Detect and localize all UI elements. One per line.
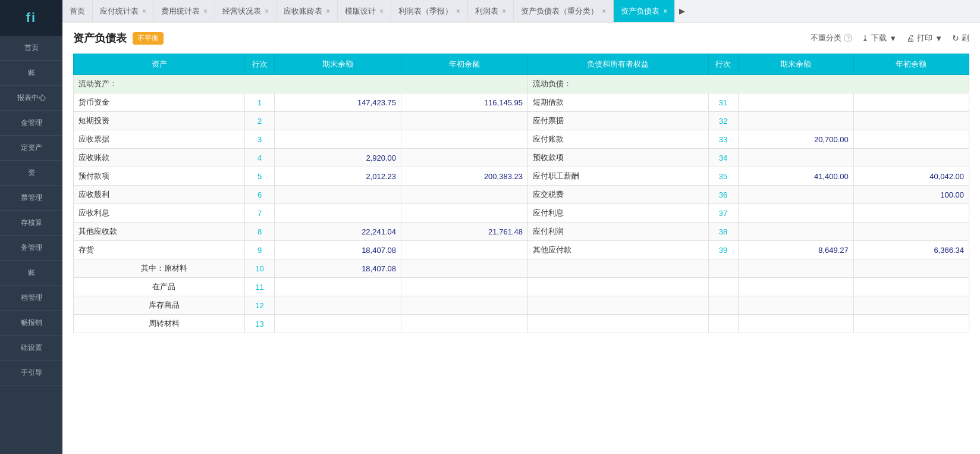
classify-toggle[interactable]: 不重分类 ? <box>811 33 852 43</box>
tab-payable-stats[interactable]: 应付统计表 × <box>93 0 154 23</box>
right-row-num: 34 <box>708 149 738 167</box>
right-row-num <box>708 278 738 296</box>
left-end-balance: 147,423.75 <box>275 93 401 112</box>
left-name: 存货 <box>74 241 245 259</box>
refresh-button[interactable]: ↻ 刷 <box>952 33 969 43</box>
sidebar-item-archive[interactable]: 档管理 <box>0 286 62 311</box>
right-start-balance <box>853 278 969 296</box>
tab-home[interactable]: 首页 <box>62 0 93 23</box>
left-end-balance: 2,012.23 <box>275 167 401 186</box>
left-name: 预付款项 <box>74 167 245 186</box>
right-row-num: 31 <box>708 93 738 112</box>
table-row: 应收账款 4 2,920.00 预收款项 34 <box>74 149 969 167</box>
tab-profit[interactable]: 利润表 × <box>468 0 514 23</box>
sidebar-item-home[interactable]: 首页 <box>0 36 62 61</box>
left-end-balance <box>275 130 401 149</box>
table-row: 周转材料 13 <box>74 315 969 333</box>
right-end-balance: 20,700.00 <box>738 130 853 149</box>
print-button[interactable]: 🖨 打印 ▼ <box>906 33 943 43</box>
section-row: 流动资产： 流动负债： <box>74 75 969 93</box>
dropdown-arrow-print: ▼ <box>935 34 943 43</box>
tab-close-balance[interactable]: × <box>663 7 667 15</box>
sidebar-logo: fi <box>0 0 62 36</box>
left-end-balance <box>275 278 401 296</box>
section-label-right: 流动负债： <box>527 75 969 93</box>
sidebar-item-ledger[interactable]: 账 <box>0 261 62 286</box>
table-row: 应收票据 3 应付账款 33 20,700.00 <box>74 130 969 149</box>
right-end-balance: 41,400.00 <box>738 167 853 186</box>
tab-balance-reclassified[interactable]: 资产负债表（重分类） × <box>514 0 614 23</box>
left-row-num: 8 <box>245 223 275 241</box>
tab-close-profit-quarterly[interactable]: × <box>456 7 460 15</box>
refresh-icon: ↻ <box>952 33 959 43</box>
right-end-balance <box>738 296 853 315</box>
left-name: 库存商品 <box>74 296 245 315</box>
help-icon: ? <box>844 34 852 42</box>
left-end-balance: 2,920.00 <box>275 149 401 167</box>
tab-close-balance-reclassified[interactable]: × <box>602 7 606 15</box>
tab-close-payable-stats[interactable]: × <box>142 7 146 15</box>
content-area: 资产负债表 不平衡 不重分类 ? ⤓ 下载 ▼ 🖨 打印 ▼ <box>62 23 980 454</box>
tab-close-expense-stats[interactable]: × <box>203 7 208 15</box>
main-area: 首页 应付统计表 × 费用统计表 × 经营状况表 × 应收账龄表 × 模版设计 … <box>62 0 980 454</box>
sidebar-item-expense[interactable]: 畅报销 <box>0 311 62 336</box>
tab-template-design[interactable]: 模版设计 × <box>338 0 391 23</box>
left-start-balance: 21,761.48 <box>401 223 527 241</box>
tab-operations[interactable]: 经营状况表 × <box>215 0 277 23</box>
right-end-balance <box>738 223 853 241</box>
table-row: 应收利息 7 应付利息 37 <box>74 204 969 223</box>
col-header-liabilities: 负债和所有者权益 <box>527 54 708 75</box>
col-header-start-balance-1: 年初余额 <box>401 54 527 75</box>
tab-receivable-aging[interactable]: 应收账龄表 × <box>277 0 338 23</box>
col-header-end-balance-2: 期末余额 <box>738 54 853 75</box>
tab-close-receivable-aging[interactable]: × <box>326 7 330 15</box>
right-name <box>527 315 708 333</box>
left-end-balance <box>275 186 401 204</box>
left-name: 短期投资 <box>74 112 245 130</box>
tab-expense-stats[interactable]: 费用统计表 × <box>154 0 215 23</box>
tab-balance[interactable]: 资产负债表 × <box>614 0 675 23</box>
tab-close-profit[interactable]: × <box>502 7 506 15</box>
tab-profit-quarterly[interactable]: 利润表（季报） × <box>391 0 468 23</box>
sidebar-item-inventory[interactable]: 存核算 <box>0 211 62 236</box>
left-start-balance <box>401 186 527 204</box>
sidebar-item-affairs[interactable]: 务管理 <box>0 236 62 261</box>
right-start-balance <box>853 204 969 223</box>
download-button[interactable]: ⤓ 下载 ▼ <box>862 33 897 43</box>
col-header-end-balance-1: 期末余额 <box>275 54 401 75</box>
right-name: 应付利息 <box>527 204 708 223</box>
right-name <box>527 296 708 315</box>
right-name: 应交税费 <box>527 186 708 204</box>
table-row: 其他应收款 8 22,241.04 21,761.48 应付利润 38 <box>74 223 969 241</box>
tab-bar: 首页 应付统计表 × 费用统计表 × 经营状况表 × 应收账龄表 × 模版设计 … <box>62 0 980 23</box>
sidebar-item-tickets[interactable]: 票管理 <box>0 186 62 211</box>
right-end-balance <box>738 149 853 167</box>
left-row-num: 12 <box>245 296 275 315</box>
left-start-balance <box>401 149 527 167</box>
left-end-balance: 18,407.08 <box>275 259 401 278</box>
dropdown-arrow-download: ▼ <box>889 34 897 43</box>
sidebar-item-account[interactable]: 账 <box>0 61 62 86</box>
left-row-num: 3 <box>245 130 275 149</box>
sidebar-item-reports[interactable]: 报表中心 <box>0 86 62 111</box>
right-name: 应付利润 <box>527 223 708 241</box>
right-row-num: 32 <box>708 112 738 130</box>
right-start-balance <box>853 315 969 333</box>
sidebar-item-settings[interactable]: 础设置 <box>0 336 62 361</box>
col-header-assets: 资产 <box>74 54 245 75</box>
tab-close-template-design[interactable]: × <box>379 7 384 15</box>
tab-scroll-right[interactable]: ▶ <box>675 0 689 23</box>
section-label-left: 流动资产： <box>74 75 528 93</box>
right-end-balance <box>738 112 853 130</box>
tab-close-operations[interactable]: × <box>265 7 269 15</box>
col-header-row-num-2: 行次 <box>708 54 738 75</box>
right-start-balance <box>853 112 969 130</box>
left-name: 应收账款 <box>74 149 245 167</box>
sidebar-item-investment[interactable]: 资 <box>0 161 62 186</box>
left-start-balance <box>401 130 527 149</box>
right-start-balance <box>853 223 969 241</box>
right-name: 应付票据 <box>527 112 708 130</box>
sidebar-item-guide[interactable]: 手引导 <box>0 361 62 386</box>
sidebar-item-fund[interactable]: 金管理 <box>0 111 62 136</box>
sidebar-item-fixed-assets[interactable]: 定资产 <box>0 136 62 161</box>
